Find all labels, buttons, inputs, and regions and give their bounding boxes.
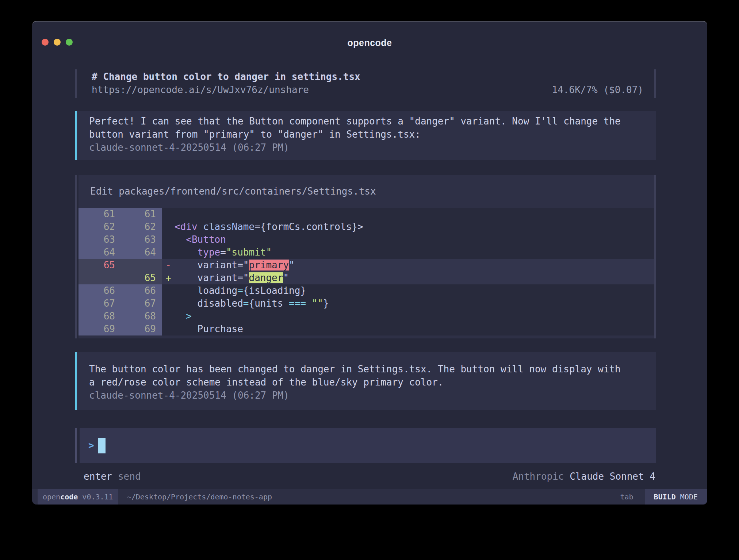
message-meta: claude-sonnet-4-20250514 (06:27 PM)	[89, 141, 645, 154]
diff-marker	[162, 208, 175, 220]
diff-row: 6363 <Button	[79, 233, 654, 246]
terminal-content: # Change button color to danger in setti…	[32, 54, 707, 489]
old-line-number	[79, 272, 115, 284]
tab-key-hint: tab	[620, 489, 643, 505]
code-line: >	[175, 310, 654, 323]
diff-row: 6868 >	[79, 310, 654, 323]
diff-marker	[162, 297, 175, 310]
code-line: disabled={units === ""}	[175, 297, 654, 310]
old-line-number: 68	[79, 310, 115, 323]
prompt-input-row: >	[75, 428, 656, 463]
token-usage: 14.6K/7% ($0.07)	[552, 83, 643, 96]
edit-file-path: Edit packages/frontend/src/containers/Se…	[79, 175, 654, 208]
send-action-hint: send	[118, 471, 141, 482]
diff-row: 6161	[79, 208, 654, 220]
new-line-number: 64	[115, 246, 156, 259]
diff-marker	[162, 323, 175, 335]
code-line: <Button	[175, 233, 654, 246]
diff-marker	[162, 220, 175, 233]
message-text-line: Perfect! I can see that the Button compo…	[89, 115, 645, 128]
new-line-number: 61	[115, 208, 156, 220]
old-line-number: 61	[79, 208, 115, 220]
diff-marker	[162, 284, 175, 297]
old-line-number: 66	[79, 284, 115, 297]
mode-suffix: MODE	[680, 492, 698, 501]
enter-key-hint: enter	[84, 471, 112, 482]
provider-label: Anthropic	[513, 471, 564, 482]
new-line-number	[115, 259, 156, 272]
edit-tool-block: Edit packages/frontend/src/containers/Se…	[75, 175, 656, 338]
code-line: Purchase	[175, 323, 654, 335]
message-text-line: The button color has been changed to dan…	[89, 363, 645, 376]
session-header: # Change button color to danger in setti…	[75, 69, 656, 98]
code-line: <div className={formCs.controls}>	[175, 220, 654, 233]
old-line-number: 62	[79, 220, 115, 233]
model-label: Claude Sonnet 4	[570, 471, 655, 482]
diff-marker: +	[162, 272, 175, 284]
edit-right-border	[654, 175, 656, 338]
app-window: opencode # Change button color to danger…	[32, 21, 707, 505]
diff-marker	[162, 246, 175, 259]
new-line-number: 65	[115, 272, 156, 284]
diff-row: 6262<div className={formCs.controls}>	[79, 220, 654, 233]
old-line-number: 63	[79, 233, 115, 246]
diff-row: 6464 type="submit"	[79, 246, 654, 259]
diff-row: 6969 Purchase	[79, 323, 654, 335]
diff-row: 65+ variant="danger"	[79, 272, 654, 284]
diff-view: 61616262<div className={formCs.controls}…	[79, 208, 654, 335]
prompt-input[interactable]: >	[80, 428, 656, 463]
assistant-message: Perfect! I can see that the Button compo…	[75, 111, 656, 160]
app-version: v0.3.11	[82, 492, 113, 501]
app-version-chip: opencodev0.3.11	[38, 489, 118, 505]
message-meta: claude-sonnet-4-20250514 (06:27 PM)	[89, 389, 645, 402]
working-directory: ~/Desktop/Projects/demo-notes-app	[118, 489, 272, 505]
old-line-number: 69	[79, 323, 115, 335]
titlebar: opencode	[32, 22, 707, 54]
window-title: opencode	[32, 38, 707, 48]
message-text-line: button variant from "primary" to "danger…	[89, 128, 645, 141]
diff-marker	[162, 310, 175, 323]
new-line-number: 66	[115, 284, 156, 297]
app-name-part: open	[43, 492, 60, 501]
diff-row: 65- variant="primary"	[79, 259, 654, 272]
old-line-number: 64	[79, 246, 115, 259]
code-line: type="submit"	[175, 246, 654, 259]
diff-marker	[162, 233, 175, 246]
new-line-number: 68	[115, 310, 156, 323]
new-line-number: 69	[115, 323, 156, 335]
message-text-line: a red/rose color scheme instead of the b…	[89, 376, 645, 389]
mode-chip[interactable]: BUILD MODE	[645, 489, 707, 505]
new-line-number: 62	[115, 220, 156, 233]
code-line: variant="danger"	[175, 272, 654, 284]
diff-row: 6666 loading={isLoading}	[79, 284, 654, 297]
status-bar: opencodev0.3.11 ~/Desktop/Projects/demo-…	[32, 489, 707, 505]
code-line	[175, 208, 654, 220]
session-title: # Change button color to danger in setti…	[92, 70, 643, 83]
old-line-number: 67	[79, 297, 115, 310]
code-line: loading={isLoading}	[175, 284, 654, 297]
hint-footer: enter send Anthropic Claude Sonnet 4	[75, 471, 656, 482]
new-line-number: 63	[115, 233, 156, 246]
diff-marker: -	[162, 259, 175, 272]
old-line-number: 65	[79, 259, 115, 272]
new-line-number: 67	[115, 297, 156, 310]
assistant-message: The button color has been changed to dan…	[75, 352, 656, 410]
app-name-part-bold: code	[60, 492, 78, 501]
share-url[interactable]: https://opencode.ai/s/UwJxv76z	[92, 84, 263, 95]
prompt-symbol: >	[88, 440, 94, 451]
mode-name: BUILD	[654, 492, 676, 501]
text-cursor	[98, 438, 106, 453]
diff-row: 6767 disabled={units === ""}	[79, 297, 654, 310]
unshare-command[interactable]: /unshare	[263, 84, 309, 95]
code-line: variant="primary"	[175, 259, 654, 272]
session-right-border	[654, 69, 656, 98]
